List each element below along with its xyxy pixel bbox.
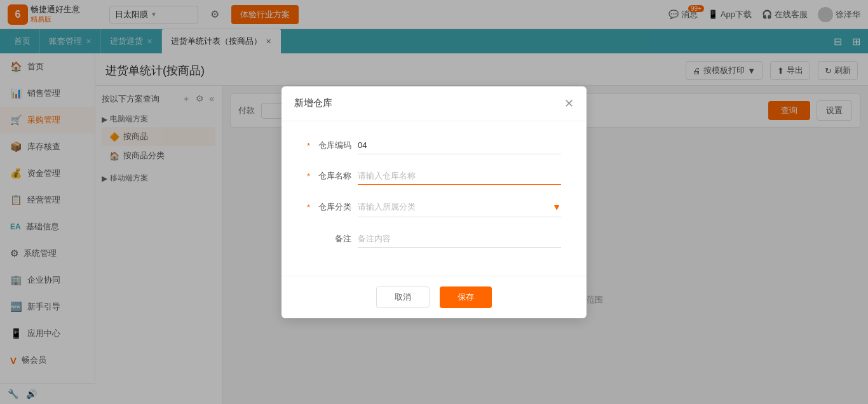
form-row-code: 仓库编码	[307, 137, 561, 154]
form-row-category: 仓库分类 请输入所属分类 ▼	[307, 198, 561, 217]
warehouse-note-input[interactable]	[358, 230, 561, 248]
modal-footer: 取消 保存	[281, 276, 587, 318]
category-placeholder: 请输入所属分类	[358, 201, 416, 213]
cancel-button[interactable]: 取消	[376, 286, 430, 308]
modal-close-icon[interactable]: ✕	[564, 97, 574, 111]
new-warehouse-modal: 新增仓库 ✕ 仓库编码 仓库名称 仓库分类 请输入所属分类 ▼	[281, 86, 587, 318]
form-row-name: 仓库名称	[307, 167, 561, 185]
warehouse-category-select[interactable]: 请输入所属分类 ▼	[358, 198, 561, 217]
modal-title: 新增仓库	[294, 97, 332, 109]
modal-body: 仓库编码 仓库名称 仓库分类 请输入所属分类 ▼ 备注	[281, 121, 587, 276]
form-label-code: 仓库编码	[307, 140, 358, 151]
warehouse-code-input[interactable]	[358, 137, 561, 154]
modal-overlay[interactable]: 新增仓库 ✕ 仓库编码 仓库名称 仓库分类 请输入所属分类 ▼	[0, 0, 868, 404]
category-dropdown-icon: ▼	[552, 202, 561, 212]
warehouse-name-input[interactable]	[358, 167, 561, 185]
form-label-note: 备注	[307, 233, 358, 245]
modal-header: 新增仓库 ✕	[281, 86, 587, 121]
form-label-name: 仓库名称	[307, 170, 358, 182]
form-row-note: 备注	[307, 230, 561, 248]
form-label-category: 仓库分类	[307, 201, 358, 213]
save-button[interactable]: 保存	[440, 286, 492, 308]
